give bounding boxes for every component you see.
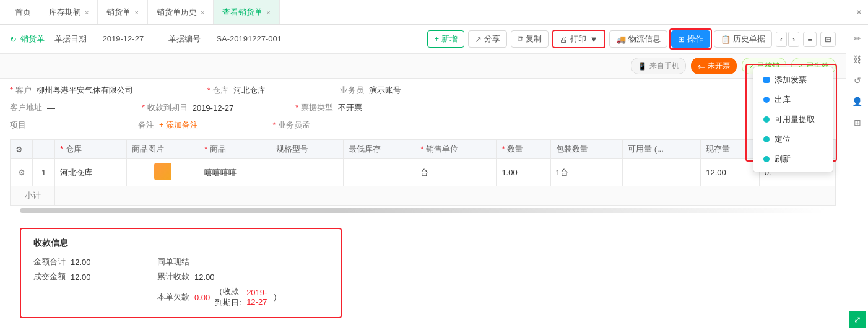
address-field: 客户地址 — (10, 102, 55, 113)
window-close-button[interactable]: × (856, 7, 862, 18)
doc-number-value: SA-20191227-001 (216, 34, 282, 43)
not-opened-button[interactable]: 🏷 未开票 (691, 58, 737, 74)
table-subtotal-row: 小计 (11, 186, 836, 206)
view-toggle-grid[interactable]: ⊞ (820, 32, 836, 47)
sidebar-refresh-icon[interactable]: ↺ (849, 72, 866, 89)
staff-value: 演示账号 (369, 85, 401, 96)
history-icon: 📋 (721, 35, 731, 44)
next-button[interactable]: › (788, 32, 799, 47)
payment-grid: 金额合计 12.00 同单现结 — 成交金额 12.00 累计收款 12.00 (33, 256, 328, 308)
history-button[interactable]: 📋 历史单据 (714, 30, 772, 48)
copy-button[interactable]: ⧉ 复制 (511, 30, 549, 48)
dropdown-item-available-qty[interactable]: 可用量提取 (753, 110, 833, 129)
payment-date-field: 收款到期日 2019-12-27 (142, 102, 233, 113)
tab-close-sales-history[interactable]: × (201, 9, 204, 16)
from-phone-button[interactable]: 📱 来自手机 (631, 58, 686, 74)
view-toggle-list[interactable]: ≡ (803, 32, 817, 47)
operation-button[interactable]: ⊞ 操作 (671, 30, 710, 48)
payment-amount-total: 金额合计 12.00 (33, 256, 157, 267)
payment-same-order: 同单现结 — (157, 256, 281, 267)
cell-gear[interactable]: ⚙ (11, 159, 33, 186)
prev-button[interactable]: ‹ (776, 32, 787, 47)
phone-icon: 📱 (638, 62, 647, 71)
same-order-value: — (194, 258, 202, 267)
transaction-label: 成交金额 (33, 271, 66, 282)
sidebar-grid-icon[interactable]: ⊞ (849, 114, 866, 131)
dropdown-item-refresh[interactable]: 刷新 (753, 149, 833, 169)
col-available: 可用量 (... (623, 140, 701, 159)
payment-date-label: 收款到期日 (142, 102, 188, 113)
print-button[interactable]: 🖨 打印 ▼ (552, 30, 605, 48)
sidebar-user-icon[interactable]: 👤 (849, 93, 866, 110)
tab-close-sales[interactable]: × (134, 9, 138, 16)
add-note-button[interactable]: + 添加备注 (159, 119, 198, 131)
main-wrapper: ↻ 销货单 单据日期 2019-12-27 单据编号 SA-20191227-0… (0, 25, 846, 330)
cell-seq: 1 (33, 159, 55, 186)
sidebar-edit-icon[interactable]: ✏ (849, 30, 866, 47)
dropdown-refresh-icon (763, 156, 770, 162)
cell-product: 嘻嘻嘻嘻 (199, 159, 271, 186)
cell-warehouse: 河北仓库 (55, 159, 127, 186)
ticket-type-field: 票据类型 不开票 (295, 102, 362, 113)
col-spec: 规格型号 (271, 140, 343, 159)
new-button[interactable]: + 新增 (427, 30, 464, 48)
project-label: 项目 (10, 119, 26, 131)
project-value: — (31, 121, 39, 130)
sales-staff-field: 业务员孟 — (272, 119, 323, 131)
staff-field: 业务员 演示账号 (340, 85, 401, 96)
doc-meta: 单据日期 2019-12-27 单据编号 SA-20191227-001 (54, 33, 292, 45)
due-date-suffix: ） (273, 292, 281, 303)
customer-field: 客户 柳州粤港平安气体有限公司 (10, 85, 133, 96)
doc-header-right: + 新增 ↗ 分享 ⧉ 复制 🖨 打印 ▼ 🚚 物流信息 (427, 30, 836, 48)
transaction-value: 12.00 (71, 272, 91, 282)
tab-sales-history[interactable]: 销货单历史 × (148, 0, 214, 24)
doc-title: ↻ 销货单 (10, 33, 45, 45)
col-sales-unit: * 销售单位 (415, 140, 497, 159)
tab-close-inventory[interactable]: × (85, 9, 89, 16)
col-product: * 商品 (199, 140, 271, 159)
payment-box: 收款信息 金额合计 12.00 同单现结 — 成交金额 12.00 (20, 228, 342, 318)
cell-available (623, 159, 701, 186)
dropdown-item-add-invoice[interactable]: 添加发票 (753, 70, 833, 90)
tab-view-sales[interactable]: 查看销货单 × (214, 0, 279, 24)
logistics-button[interactable]: 🚚 物流信息 (609, 30, 667, 48)
table-scrollbar[interactable] (20, 208, 826, 213)
due-date-prefix: （收款到期日: (215, 286, 241, 308)
table-row: ⚙ 1 河北仓库 嘻嘻嘻嘻 台 1.00 1台 12.00 (11, 159, 836, 186)
owed-value: 0.00 (194, 293, 210, 302)
tab-close-view-sales[interactable]: × (266, 9, 270, 16)
sidebar-expand-icon[interactable]: ⤢ (849, 311, 866, 328)
product-image (154, 163, 171, 180)
dropdown-menu: 添加发票 出库 可用量提取 定位 刷新 (753, 67, 833, 172)
amount-total-label: 金额合计 (33, 256, 66, 267)
warehouse-value: 河北仓库 (233, 85, 266, 96)
tab-home[interactable]: 首页 (6, 0, 40, 24)
cell-pack-qty: 1台 (550, 159, 622, 186)
payment-title: 收款信息 (33, 238, 328, 249)
doc-date-value: 2019-12-27 (103, 34, 144, 43)
sidebar-link-icon[interactable]: ⛓ (849, 51, 866, 68)
customer-label: 客户 (10, 85, 32, 96)
ticket-type-label: 票据类型 (295, 102, 333, 113)
doc-header: ↻ 销货单 单据日期 2019-12-27 单据编号 SA-20191227-0… (0, 25, 846, 54)
payment-transaction: 成交金额 12.00 (33, 271, 157, 282)
cell-product-img (127, 159, 199, 186)
col-qty: * 数量 (497, 140, 550, 159)
dropdown-item-outbound[interactable]: 出库 (753, 90, 833, 110)
warehouse-field: 仓库 河北仓库 (207, 85, 266, 96)
share-button[interactable]: ↗ 分享 (468, 30, 507, 48)
data-table: ⚙ * 仓库 商品图片 * 商品 规格型号 最低库存 * 销售单位 * 数量 包… (10, 139, 836, 206)
doc-number-label: 单据编号 (168, 34, 201, 43)
doc-header-left: ↻ 销货单 单据日期 2019-12-27 单据编号 SA-20191227-0… (10, 33, 292, 45)
tab-inventory[interactable]: 库存期初 × (40, 0, 98, 24)
address-value: — (47, 103, 55, 113)
dropdown-item-locate[interactable]: 定位 (753, 129, 833, 149)
note-label: 备注 (138, 119, 154, 131)
col-pack-qty: 包装数量 (550, 140, 622, 159)
col-warehouse: * 仓库 (55, 140, 127, 159)
sales-staff-label: 业务员孟 (272, 119, 310, 131)
payment-cumulative: 累计收款 12.00 (157, 271, 281, 282)
copy-icon: ⧉ (518, 34, 523, 44)
tab-sales[interactable]: 销货单 × (98, 0, 147, 24)
form-area: 客户 柳州粤港平安气体有限公司 仓库 河北仓库 业务员 演示账号 客户地址 — (0, 79, 846, 139)
